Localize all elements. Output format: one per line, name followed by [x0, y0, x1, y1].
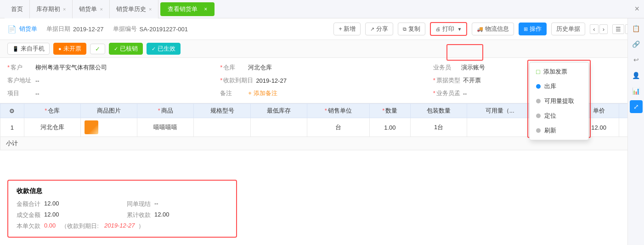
tab-view-sales-close[interactable]: × [204, 6, 207, 12]
col-unit: 销售单位 [307, 104, 369, 118]
check-button[interactable]: ✓ [90, 44, 105, 54]
doc-date-section: 单据日期 2019-12-27 [46, 25, 104, 33]
tab-view-sales[interactable]: 查看销货单 × [160, 2, 215, 16]
from-phone-label: 来自手机 [21, 45, 45, 53]
new-button[interactable]: + 新增 [333, 23, 361, 35]
dropdown-available-extract[interactable]: 可用量提取 [530, 94, 588, 108]
effective-button[interactable]: ✓ 已生效 [147, 43, 181, 55]
note-label: 备注 [220, 89, 245, 97]
checked-cancel-button[interactable]: ✓ 已核销 [109, 43, 143, 55]
tab-inventory-close[interactable]: × [63, 6, 66, 12]
due-date-label: 收款到期日 [220, 76, 253, 85]
toolbar-row: 📱 来自手机 ● 未开票 ✓ ✓ 已核销 ✓ 已生效 [0, 40, 644, 58]
tab-sales[interactable]: 销货单 × [73, 0, 109, 18]
list-view-button[interactable]: ☰ [612, 24, 624, 34]
sidebar-clipboard-icon[interactable]: 📋 [630, 22, 643, 35]
clerk2-value: -- [463, 90, 467, 97]
dropdown-out-warehouse-label: 出库 [544, 82, 556, 91]
sidebar-return-icon[interactable]: ↩ [630, 53, 643, 66]
owed-label: 本单欠款 [17, 222, 40, 230]
tab-inventory-label: 库存期初 [36, 5, 60, 13]
logistics-button[interactable]: 🚚 物流信息 [472, 23, 514, 35]
effective-label: 已生效 [158, 45, 175, 53]
row-seq: 1 [0, 118, 24, 137]
share-button[interactable]: ↗ 分享 [365, 23, 393, 35]
same-order-value: -- [154, 200, 158, 208]
new-button-label: + 新增 [339, 25, 356, 33]
print-button[interactable]: 🖨 打印 ▼ [430, 22, 467, 36]
payment-total-value: 12.00 [44, 200, 59, 208]
address-field: 客户地址 -- [7, 76, 211, 85]
tab-home[interactable]: 首页 [5, 0, 30, 18]
doc-date-value: 2019-12-27 [73, 26, 104, 33]
dropdown-available-extract-label: 可用量提取 [544, 97, 574, 105]
tab-sales-label: 销货单 [79, 5, 97, 13]
col-warehouse: 仓库 [24, 104, 80, 118]
operate-button-label: 操作 [530, 25, 542, 33]
tab-inventory[interactable]: 库存期初 × [30, 0, 73, 18]
dropdown-out-dot [536, 84, 541, 89]
print-button-label: 打印 [442, 25, 454, 33]
sidebar-user-icon[interactable]: 👤 [630, 69, 643, 82]
main-content: 📄 销货单 单据日期 2019-12-27 单据编号 SA-20191227-0… [0, 18, 644, 245]
clerk-label: 业务员 [433, 63, 458, 72]
from-phone-button[interactable]: 📱 来自手机 [7, 43, 50, 55]
project-value: -- [35, 90, 40, 97]
right-sidebar: 📋 🔗 ↩ 👤 📊 ⤢ [627, 18, 644, 245]
warehouse-value: 河北仓库 [248, 63, 272, 72]
payment-total-row: 金额合计 12.00 [17, 200, 118, 208]
owed-date: 2019-12-27 [104, 222, 135, 230]
sidebar-link-icon[interactable]: 🔗 [630, 38, 643, 51]
next-button[interactable]: › [599, 24, 608, 34]
cumulative-label: 累计收款 [127, 211, 151, 219]
dropdown-refresh-label: 刷新 [544, 126, 556, 135]
row-available [467, 118, 533, 137]
sidebar-expand-icon[interactable]: ⤢ [630, 100, 643, 113]
history-button[interactable]: 历史单据 [551, 23, 585, 35]
transaction-label: 成交金额 [17, 211, 40, 219]
row-img [81, 118, 137, 137]
doc-title-section: 📄 销货单 [7, 25, 37, 34]
row-unit: 台 [307, 118, 369, 137]
doc-no-label: 单据编号 [113, 25, 137, 33]
sidebar-chart-icon[interactable]: 📊 [630, 85, 643, 97]
product-image [85, 120, 98, 134]
col-spec: 规格型号 [194, 104, 250, 118]
dropdown-add-invoice[interactable]: □ 添加发票 [530, 64, 588, 79]
dropdown-refresh[interactable]: 刷新 [530, 123, 588, 138]
copy-button[interactable]: ⧉ 复制 [398, 23, 425, 35]
row-product: 嘻嘻嘻嘻 [137, 118, 194, 137]
tab-sales-history-close[interactable]: × [149, 6, 152, 12]
window-close-button[interactable]: × [634, 4, 639, 14]
add-note-button[interactable]: + 添加备注 [248, 89, 277, 97]
address-value: -- [35, 77, 40, 84]
due-date-value: 2019-12-27 [256, 77, 287, 84]
project-label: 项目 [7, 89, 33, 97]
tab-sales-history[interactable]: 销货单历史 × [110, 0, 158, 18]
doc-header: 📄 销货单 单据日期 2019-12-27 单据编号 SA-20191227-0… [0, 18, 644, 40]
col-gear[interactable]: ⚙ [0, 104, 24, 118]
customer-value: 柳州粤港平安气体有限公司 [35, 63, 107, 72]
tab-sales-close[interactable]: × [100, 6, 102, 12]
tab-bar: 首页 库存期初 × 销货单 × 销货单历史 × 查看销货单 × × [0, 0, 644, 18]
col-min-stock: 最低库存 [250, 104, 307, 118]
doc-actions: + 新增 ↗ 分享 ⧉ 复制 🖨 打印 ▼ 🚚 物流信息 ⊞ 操作 [333, 22, 637, 36]
dropdown-add-invoice-label: 添加发票 [543, 68, 567, 76]
payment-total-label: 金额合计 [17, 200, 40, 208]
doc-no-value: SA-20191227-001 [140, 26, 188, 33]
col-product: 商品 [137, 104, 194, 118]
due-date-field: 收款到期日 2019-12-27 [220, 76, 424, 85]
dropdown-locate[interactable]: 定位 [530, 108, 588, 123]
not-opened-button[interactable]: ● 未开票 [53, 43, 86, 55]
col-img: 商品图片 [81, 104, 137, 118]
dropdown-menu: □ 添加发票 出库 可用量提取 定位 刷新 [529, 62, 589, 140]
ticket-label: 票据类型 [433, 76, 460, 85]
prev-button[interactable]: ‹ [590, 24, 598, 34]
project-field: 项目 -- [7, 89, 211, 97]
not-opened-label: 未开票 [63, 45, 81, 53]
cumulative-row: 累计收款 12.00 [127, 211, 228, 219]
dropdown-out-warehouse[interactable]: 出库 [530, 79, 588, 94]
payment-info-box: 收款信息 金额合计 12.00 同单现结 -- 成交金额 12.00 累计收款 … [7, 180, 237, 238]
logistics-button-label: 物流信息 [485, 25, 509, 33]
operate-button[interactable]: ⊞ 操作 [519, 23, 547, 35]
